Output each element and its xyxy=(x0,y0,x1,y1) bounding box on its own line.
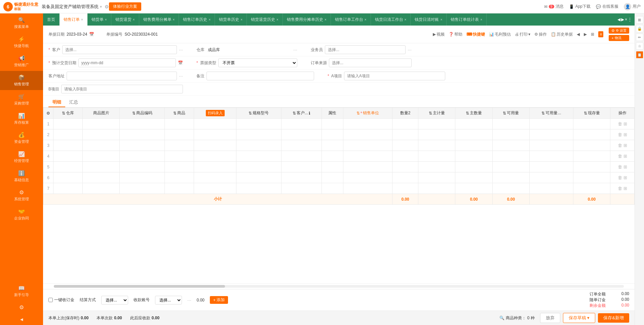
view-btn[interactable]: ▶ 视频 xyxy=(433,32,445,37)
row-main-qty[interactable] xyxy=(455,129,492,140)
a-project-input[interactable] xyxy=(344,72,445,80)
row-main-unit[interactable] xyxy=(418,119,455,129)
th-gear[interactable]: ⚙ xyxy=(43,108,53,119)
tab-order-workbench[interactable]: 销售订单工作台 × xyxy=(331,13,371,26)
row-qty2[interactable] xyxy=(392,183,418,194)
tab-order-stats[interactable]: 销售订单统计表 × xyxy=(447,13,487,26)
row-unit[interactable] xyxy=(343,151,392,162)
warehouse-ellipsis[interactable]: ··· xyxy=(293,47,297,52)
tab-daily-reconcile[interactable]: 钱货日清对账 × xyxy=(411,13,447,26)
row-main-qty[interactable] xyxy=(455,151,492,162)
row-customer-code[interactable] xyxy=(281,162,321,172)
shortcut-btn[interactable]: ⌨ 快捷键 xyxy=(466,32,485,37)
copy-icon[interactable]: ⊞ xyxy=(623,154,627,159)
tab-close-icon[interactable]: × xyxy=(480,18,482,22)
row-spec[interactable] xyxy=(236,119,281,129)
row-qty2[interactable] xyxy=(392,140,418,151)
row-code[interactable] xyxy=(120,140,165,151)
right-sidebar-btn-1[interactable]: ⊞ xyxy=(636,16,643,24)
row-product[interactable] xyxy=(165,183,194,194)
customer-input[interactable] xyxy=(62,45,177,54)
row-product[interactable] xyxy=(165,162,194,172)
row-customer-code[interactable] xyxy=(281,183,321,194)
tab-close-icon[interactable]: × xyxy=(240,18,242,22)
row-product[interactable] xyxy=(165,119,194,129)
horizontal-scrollbar[interactable] xyxy=(54,285,624,288)
row-qty2[interactable] xyxy=(392,151,418,162)
calendar-icon[interactable]: 📅 xyxy=(89,32,94,37)
sidebar-collapse-btn[interactable]: ◀ xyxy=(0,314,43,325)
row-code[interactable] xyxy=(120,129,165,140)
right-sidebar-btn-5[interactable]: 📋 xyxy=(636,51,643,58)
scan-btn[interactable]: 扫码录入 xyxy=(206,110,225,116)
tab-expense-history[interactable]: 销售费用分摊单历史 × xyxy=(283,13,331,26)
delete-icon[interactable]: 🗑 xyxy=(618,186,622,191)
row-attr[interactable] xyxy=(321,140,343,151)
right-sidebar-btn-2[interactable]: 🔒 xyxy=(636,25,643,32)
row-code[interactable] xyxy=(120,162,165,172)
row-product[interactable] xyxy=(165,151,194,162)
copy-icon[interactable]: ⊞ xyxy=(623,143,627,148)
row-main-unit[interactable] xyxy=(418,140,455,151)
row-product[interactable] xyxy=(165,140,194,151)
profit-btn[interactable]: 📊 毛利预估 xyxy=(489,32,511,37)
settings-icon[interactable]: ⚙ xyxy=(105,4,109,9)
copy-icon[interactable]: ⊞ xyxy=(623,175,627,180)
row-warehouse[interactable] xyxy=(53,129,83,140)
row-code[interactable] xyxy=(120,172,165,183)
row-main-unit[interactable] xyxy=(418,162,455,172)
sidebar-item-operation[interactable]: 📈 经营管理 xyxy=(0,148,43,167)
tab-close-icon[interactable]: × xyxy=(133,18,135,22)
row-main-qty[interactable] xyxy=(455,140,492,151)
note-input[interactable] xyxy=(206,72,314,80)
row-main-qty[interactable] xyxy=(455,183,492,194)
tab-next-icon[interactable]: ▶ xyxy=(621,17,624,22)
tab-home[interactable]: 首页 xyxy=(43,13,60,26)
row-unit[interactable] xyxy=(343,162,392,172)
tab-close-icon[interactable]: × xyxy=(173,18,175,22)
row-warehouse[interactable] xyxy=(53,172,83,183)
delete-icon[interactable]: 🗑 xyxy=(618,121,622,126)
row-main-qty[interactable] xyxy=(455,162,492,172)
tab-expense[interactable]: 销售费用分摊单 × xyxy=(139,13,179,26)
row-warehouse[interactable] xyxy=(53,183,83,194)
online-service-btn[interactable]: 💬 在线客服 xyxy=(596,4,618,9)
ellipsis-btn[interactable]: ··· xyxy=(187,297,191,303)
row-main-qty[interactable] xyxy=(455,119,492,129)
tab-close-icon[interactable]: × xyxy=(325,18,327,22)
sidebar-item-system[interactable]: ⚙ 系统管理 xyxy=(0,186,43,205)
tab-close-icon[interactable]: × xyxy=(105,18,107,22)
sidebar-item-finance[interactable]: 💰 资金管理 xyxy=(0,128,43,148)
delete-icon[interactable]: 🗑 xyxy=(618,154,622,159)
right-sidebar-btn-3[interactable]: ✏ xyxy=(636,34,643,41)
invoice-type-select[interactable]: 不开票 xyxy=(218,58,297,67)
tab-close-all-icon[interactable]: × xyxy=(625,17,627,22)
operation-btn[interactable]: ⚙ 操作 xyxy=(534,32,547,37)
row-warehouse[interactable] xyxy=(53,119,83,129)
next-record-icon[interactable]: ▶ xyxy=(584,32,587,37)
row-customer-code[interactable] xyxy=(281,119,321,129)
delivery-date-input[interactable] xyxy=(78,58,176,67)
sidebar-item-inventory[interactable]: 📊 库存核算 xyxy=(0,109,43,128)
row-main-unit[interactable] xyxy=(418,183,455,194)
row-qty2[interactable] xyxy=(392,172,418,183)
tab-detail[interactable]: 明细 xyxy=(48,98,65,107)
tab-order-history[interactable]: 销售订单历史 × xyxy=(179,13,215,26)
delete-icon[interactable]: 🗑 xyxy=(618,143,622,148)
row-code[interactable] xyxy=(120,151,165,162)
row-unit[interactable] xyxy=(343,119,392,129)
row-product[interactable] xyxy=(165,172,194,183)
tab-invoice-history[interactable]: 销货单历史 × xyxy=(215,13,247,26)
row-warehouse[interactable] xyxy=(53,151,83,162)
row-spec[interactable] xyxy=(236,140,281,151)
sidebar-item-marketing[interactable]: 📢 营销推广 xyxy=(0,52,43,71)
payment-method-select[interactable]: 选择... xyxy=(101,296,128,304)
one-click-checkbox[interactable] xyxy=(48,298,53,302)
sidebar-item-search[interactable]: 🔍 搜索菜单 xyxy=(0,13,43,33)
tab-prev-icon[interactable]: ◀ xyxy=(617,17,620,22)
row-spec[interactable] xyxy=(236,172,281,183)
row-spec[interactable] xyxy=(236,183,281,194)
tab-return-history[interactable]: 销货退货历史 × xyxy=(247,13,283,26)
tab-close-icon[interactable]: × xyxy=(405,18,407,22)
settings-side-btn[interactable]: ⚙ ⚙ 设置 xyxy=(609,28,629,34)
